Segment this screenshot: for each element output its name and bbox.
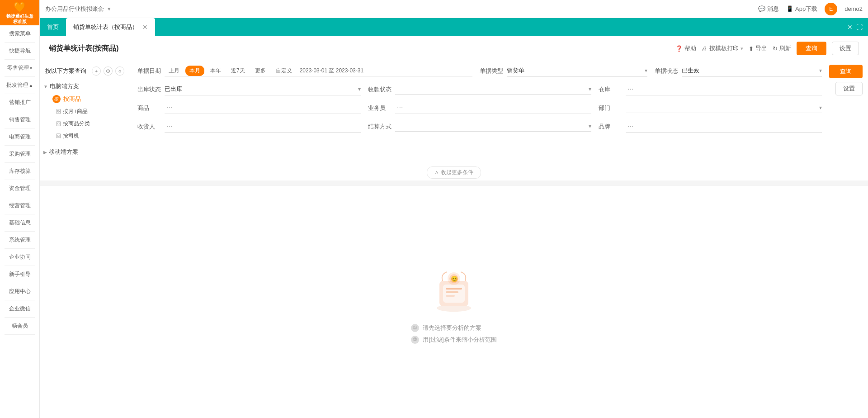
collapse-btn[interactable]: ∧ 收起更多条件	[427, 166, 481, 179]
date-btn-more[interactable]: 更多	[251, 66, 270, 76]
sidebar-item-企业微信[interactable]: 企业微信	[5, 300, 35, 318]
tree-sub-driver[interactable]: 回 按司机	[40, 130, 130, 142]
staff-control[interactable]: ···	[395, 102, 591, 114]
empty-hint-1: ① 请先选择要分析的方案	[411, 324, 496, 332]
scheme-settings-btn[interactable]: ⚙	[104, 66, 113, 76]
filter-brand: 品牌 ···	[599, 120, 822, 133]
scheme-label-month: 按月+商品	[63, 108, 88, 115]
tab-fullscreen-icon[interactable]: ⛶	[856, 24, 863, 31]
payment-method-arrow: ▾	[589, 123, 591, 129]
logo-line1: 畅捷通好生意	[6, 14, 33, 19]
goods-dots[interactable]: ···	[165, 104, 174, 112]
sidebar-item-畅会员[interactable]: 畅会员	[5, 318, 35, 335]
warehouse-label: 出库状态	[137, 86, 161, 94]
tree-parent-mobile[interactable]: ▶ 移动端方案	[40, 146, 130, 158]
print-btn[interactable]: 🖨 按模板打印 ▾	[702, 44, 743, 52]
scheme-label-goods: 按商品	[63, 95, 81, 103]
query-btn[interactable]: 查询	[797, 42, 826, 55]
staff-dots[interactable]: ···	[395, 104, 405, 112]
tab-report-label: 销货单统计表（按商品）	[73, 23, 138, 31]
scheme-icon-month: 图	[56, 108, 61, 115]
export-btn[interactable]: ⬆ 导出	[749, 44, 767, 52]
top-bar-right: 💬 消息 📱 App下载 E demo2	[758, 3, 863, 15]
tab-close-icon[interactable]: ✕	[847, 24, 853, 31]
depot-control[interactable]: ···	[626, 83, 822, 95]
tab-home[interactable]: 首页	[40, 18, 66, 36]
sidebar-item-新手引导[interactable]: 新手引导	[5, 266, 35, 283]
date-btn-lastmonth[interactable]: 上月	[165, 66, 184, 76]
filter-area: 按以下方案查询 + ⚙ « ▼ 电脑端方案 按	[40, 59, 868, 182]
sidebar-item-基础信息[interactable]: 基础信息	[5, 214, 35, 232]
sidebar-item-电商管理[interactable]: 电商管理	[5, 128, 35, 146]
date-btn-custom[interactable]: 自定义	[272, 66, 296, 76]
sidebar-item-系统管理[interactable]: 系统管理	[5, 232, 35, 249]
workspace-label: 办公用品行业模拟账套	[45, 5, 104, 13]
sidebar-item-批发管理[interactable]: 批发管理▲	[5, 77, 35, 94]
sidebar-item-经营管理[interactable]: 经营管理	[5, 197, 35, 214]
date-range-display: 2023-03-01 至 2023-03-31	[300, 67, 363, 75]
receiver-control[interactable]: ···	[165, 120, 361, 133]
sidebar-item-应用中心[interactable]: 应用中心	[5, 283, 35, 300]
payment-control[interactable]: ▾	[395, 84, 591, 95]
hint-num-1: ①	[411, 324, 419, 332]
sidebar-item-营销推广[interactable]: 营销推广	[5, 94, 35, 111]
export-icon: ⬆	[749, 45, 754, 52]
workspace-chevron[interactable]: ▾	[108, 5, 111, 12]
svg-rect-2	[443, 285, 465, 303]
sidebar-items: 搜索菜单快捷导航零售管理▾批发管理▲营销推广销售管理电商管理采购管理库存核算资金…	[5, 25, 35, 335]
svg-rect-5	[446, 295, 455, 297]
status-control[interactable]: 已生效 ▾	[682, 65, 822, 77]
filter-dept: 部门 ▾	[599, 103, 822, 113]
dept-control[interactable]: ▾	[626, 103, 822, 113]
filter-btn-col: 查询 设置	[827, 59, 868, 163]
avatar[interactable]: E	[825, 3, 837, 15]
page-header-actions: ❓ 帮助 🖨 按模板打印 ▾ ⬆ 导出 ↻ 刷新 查询 设置	[675, 42, 859, 55]
date-btn-thisyear[interactable]: 本年	[206, 66, 225, 76]
scheme-label-category: 按商品分类	[63, 120, 90, 128]
warehouse-control[interactable]: 已出库 ▾	[165, 83, 361, 95]
date-btn-thismonth[interactable]: 本月	[185, 66, 204, 76]
app-logo: 🧡 畅捷通好生意 标准版	[0, 0, 40, 25]
sidebar-item-搜索菜单[interactable]: 搜索菜单	[5, 25, 35, 43]
sidebar-item-销售管理[interactable]: 销售管理	[5, 111, 35, 128]
add-scheme-btn[interactable]: +	[92, 66, 101, 76]
tree-parent-pc[interactable]: ▼ 电脑端方案	[40, 80, 130, 93]
payment-method-control[interactable]: ▾	[395, 121, 591, 132]
status-label: 单据状态	[655, 67, 678, 75]
collapse-panel-btn[interactable]: «	[115, 66, 124, 76]
filter-depot: 仓库 ···	[599, 83, 822, 95]
sidebar-item-采购管理[interactable]: 采购管理	[5, 146, 35, 163]
refresh-btn[interactable]: ↻ 刷新	[773, 44, 791, 52]
help-btn[interactable]: ❓ 帮助	[675, 44, 696, 52]
sidebar-item-快捷导航[interactable]: 快捷导航	[5, 43, 35, 60]
empty-illustration: 😊	[427, 261, 481, 315]
date-btn-7days[interactable]: 近7天	[227, 66, 249, 76]
logo-line2: 标准版	[6, 19, 33, 24]
tree-sub-month-goods[interactable]: 图 按月+商品	[40, 105, 130, 118]
sidebar-item-资金管理[interactable]: 资金管理	[5, 180, 35, 197]
tab-report[interactable]: 销货单统计表（按商品） ✕	[66, 18, 155, 36]
sidebar-item-库存核算[interactable]: 库存核算	[5, 163, 35, 180]
receiver-dots[interactable]: ···	[165, 122, 174, 130]
tree-parent-pc-label: 电脑端方案	[50, 82, 79, 90]
tree-section-mobile: ▶ 移动端方案	[40, 146, 130, 158]
tab-report-close[interactable]: ✕	[142, 24, 148, 31]
goods-control[interactable]: ···	[165, 102, 361, 114]
settings-submit-btn[interactable]: 设置	[835, 82, 863, 95]
app-download-btn[interactable]: 📱 App下载	[786, 5, 817, 13]
tree-child-by-goods[interactable]: 按 按商品	[40, 93, 130, 105]
message-btn[interactable]: 💬 消息	[758, 5, 779, 13]
tree-arrow-pc: ▼	[43, 84, 48, 89]
type-control[interactable]: 销货单 ▾	[507, 65, 647, 77]
brand-control[interactable]: ···	[626, 120, 822, 133]
tree-sub-category[interactable]: 回 按商品分类	[40, 118, 130, 130]
sidebar-item-企业协同[interactable]: 企业协同	[5, 249, 35, 266]
sidebar-item-零售管理[interactable]: 零售管理▾	[5, 60, 35, 77]
query-submit-btn[interactable]: 查询	[829, 65, 863, 78]
settings-btn[interactable]: 设置	[832, 42, 859, 55]
print-chevron: ▾	[741, 46, 743, 52]
payment-method-label: 结算方式	[368, 123, 392, 131]
depot-dots[interactable]: ···	[626, 85, 635, 93]
status-value: 已生效	[682, 66, 820, 75]
brand-dots[interactable]: ···	[626, 122, 635, 130]
